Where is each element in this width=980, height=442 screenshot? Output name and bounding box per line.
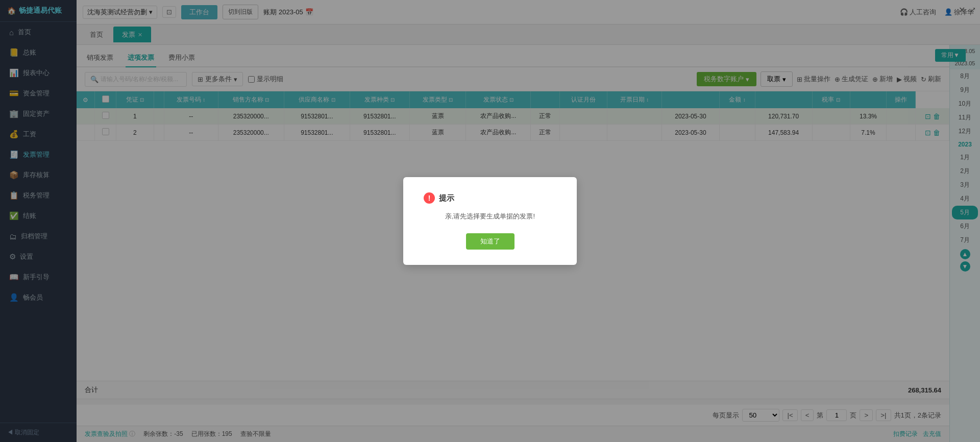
modal-overlay[interactable]: ! 提示 亲,请先选择要生成单据的发票! 知道了: [0, 0, 980, 442]
modal-title: 提示: [439, 193, 454, 203]
modal-dialog: ! 提示 亲,请先选择要生成单据的发票! 知道了: [403, 177, 577, 265]
warning-icon: !: [424, 192, 435, 204]
modal-ok-btn[interactable]: 知道了: [466, 233, 514, 250]
modal-message: 亲,请先选择要生成单据的发票!: [424, 212, 556, 221]
